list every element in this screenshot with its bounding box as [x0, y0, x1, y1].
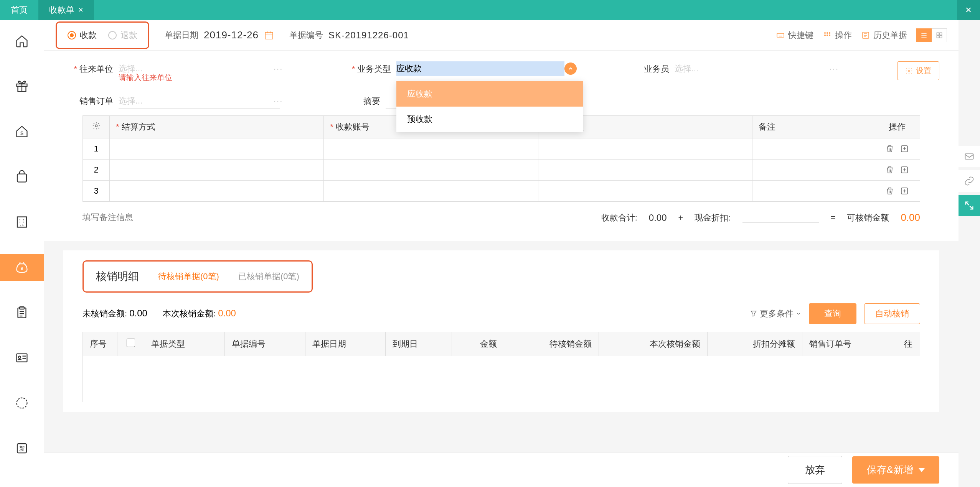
more-icon[interactable]: ··· — [830, 64, 839, 74]
right-mail[interactable] — [959, 146, 980, 167]
form-section: *往来单位 ··· 请输入往来单位 *业务类型 应收款 预收款 — [44, 51, 959, 241]
svg-rect-24 — [940, 33, 942, 35]
svg-rect-26 — [940, 35, 942, 38]
tab-receipt[interactable]: 收款单 × — [38, 0, 94, 20]
biztype-input[interactable] — [396, 61, 564, 76]
toolbar: 收款 退款 单据日期 2019-12-26 单据编号 SK-20191226-0… — [44, 20, 959, 51]
tab-home[interactable]: 首页 — [0, 0, 38, 20]
add-row-icon[interactable] — [900, 186, 909, 196]
toolbar-right: 快捷键 操作 历史单据 — [776, 28, 947, 42]
history-icon — [861, 31, 870, 40]
save-new-button[interactable]: 保存&新增 — [852, 456, 939, 484]
svg-rect-13 — [965, 154, 973, 159]
view-toggle — [916, 28, 947, 42]
table-row[interactable]: 3 — [83, 181, 920, 202]
close-icon[interactable]: × — [78, 5, 83, 15]
shortcut-link[interactable]: 快捷键 — [776, 30, 813, 41]
radio-icon — [68, 31, 76, 39]
remark-input[interactable] — [82, 210, 198, 225]
query-button[interactable]: 查询 — [809, 303, 856, 324]
dropdown-option[interactable]: 应收款 — [396, 81, 583, 107]
view-list[interactable] — [916, 28, 932, 42]
svg-rect-15 — [777, 33, 784, 37]
expand-icon — [964, 200, 975, 211]
add-row-icon[interactable] — [900, 165, 909, 174]
sales-order-field: 销售订单 ··· — [63, 94, 307, 109]
header-bar: 首页 收款单 × × — [0, 0, 980, 20]
right-expand[interactable] — [959, 195, 980, 216]
settings-button[interactable]: 设置 — [897, 61, 939, 80]
doc-date-value[interactable]: 2019-12-26 — [204, 29, 259, 41]
tab-pending[interactable]: 待核销单据(0笔) — [158, 271, 219, 282]
more-conditions[interactable]: 更多条件 — [750, 308, 801, 319]
add-row-icon[interactable] — [900, 144, 909, 153]
summary-row: 收款合计: 0.00 + 现金折扣: = 可核销金额 0.00 — [63, 202, 939, 234]
delete-icon[interactable] — [885, 144, 894, 153]
svg-point-17 — [827, 32, 828, 34]
salesman-input[interactable] — [675, 61, 836, 76]
main-content: 收款 退款 单据日期 2019-12-26 单据编号 SK-20191226-0… — [44, 20, 959, 487]
svg-point-21 — [829, 35, 830, 36]
refresh-icon — [15, 396, 29, 410]
nav-new[interactable]: 新 — [0, 435, 44, 462]
more-icon[interactable]: ··· — [274, 96, 283, 106]
keyboard-icon — [776, 31, 785, 40]
sales-order-input[interactable] — [119, 94, 280, 109]
house-dollar-icon: $ — [15, 125, 29, 138]
list-icon — [920, 31, 928, 39]
delete-icon[interactable] — [885, 165, 894, 174]
writeoff-table: 序号 单据类型 单据编号 单据日期 到期日 金额 待核销金额 本次核销金额 折扣… — [82, 332, 920, 402]
nav-building[interactable] — [0, 209, 44, 235]
dropdown-option[interactable]: 预收款 — [396, 107, 583, 132]
left-sidebar: $ ¥ 新 — [0, 20, 44, 487]
svg-rect-4 — [17, 217, 26, 227]
right-link[interactable] — [959, 170, 980, 192]
view-grid[interactable] — [932, 28, 947, 42]
window-close-icon[interactable]: × — [957, 0, 980, 20]
auto-writeoff-button[interactable]: 自动核销 — [864, 303, 920, 324]
footer: 放弃 保存&新增 — [44, 452, 959, 487]
clipboard-icon — [15, 306, 29, 319]
table-row[interactable]: 2 — [83, 160, 920, 181]
home-icon — [15, 34, 29, 48]
radio-refund[interactable]: 退款 — [108, 30, 137, 41]
chevron-up-icon[interactable] — [564, 63, 577, 75]
total-label: 收款合计: — [601, 212, 637, 224]
doc-number-value: SK-20191226-001 — [328, 30, 409, 41]
calendar-icon[interactable] — [264, 30, 274, 40]
ops-link[interactable]: 操作 — [823, 30, 852, 41]
tab-done[interactable]: 已核销单据(0笔) — [238, 271, 299, 282]
select-all-checkbox[interactable] — [127, 339, 135, 347]
table-header-row: 序号 单据类型 单据编号 单据日期 到期日 金额 待核销金额 本次核销金额 折扣… — [83, 332, 920, 356]
salesman-field: 业务员 ··· — [619, 61, 874, 76]
svg-point-10 — [17, 398, 27, 408]
nav-refresh[interactable] — [0, 390, 44, 416]
nav-clipboard[interactable] — [0, 299, 44, 326]
discount-input[interactable] — [742, 212, 819, 223]
gear-column[interactable] — [83, 116, 110, 138]
nav-home[interactable] — [0, 28, 44, 54]
radio-receive[interactable]: 收款 — [68, 30, 97, 41]
id-card-icon — [15, 351, 29, 365]
table-row — [83, 356, 920, 402]
nav-bag[interactable] — [0, 163, 44, 190]
delete-icon[interactable] — [885, 186, 894, 196]
table-row[interactable]: 1 — [83, 138, 920, 160]
writeoff-meta: 未核销金额: 0.00 本次核销金额: 0.00 更多条件 查询 自动核销 — [63, 303, 939, 332]
more-icon[interactable]: ··· — [274, 64, 283, 74]
new-icon: 新 — [15, 441, 29, 455]
nav-house-dollar[interactable]: $ — [0, 118, 44, 145]
svg-rect-25 — [937, 35, 939, 38]
col-ops: 操作 — [874, 116, 920, 138]
building-icon — [15, 215, 29, 229]
nav-gift[interactable] — [0, 73, 44, 100]
gear-icon — [905, 67, 913, 75]
receipt-type-radio-group: 收款 退款 — [56, 21, 149, 49]
nav-id[interactable] — [0, 344, 44, 371]
history-link[interactable]: 历史单据 — [861, 30, 907, 41]
nav-money-bag[interactable]: ¥ — [0, 254, 44, 281]
writeoff-amt-label: 可核销金额 — [847, 212, 889, 224]
discard-button[interactable]: 放弃 — [788, 456, 842, 484]
discount-label: 现金折扣: — [695, 212, 731, 224]
radio-icon — [108, 31, 117, 39]
